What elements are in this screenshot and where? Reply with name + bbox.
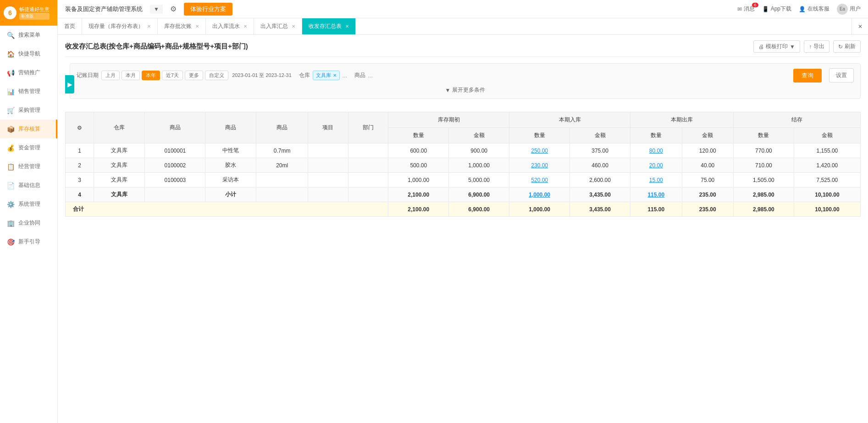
cell-out-amt: 120.00	[682, 143, 733, 158]
column-settings-icon[interactable]: ⚙	[77, 125, 82, 131]
date-btn-more[interactable]: 更多	[185, 71, 203, 80]
cell-open-qty: 1,000.00	[388, 173, 449, 187]
user-action[interactable]: Ea 用户	[837, 4, 861, 15]
date-btn-this-year[interactable]: 本年	[142, 71, 160, 80]
date-btn-7days[interactable]: 近7天	[162, 71, 183, 80]
tab-inventory-dist[interactable]: 现存量（库存分布表） ✕	[82, 18, 158, 35]
tab-bar-close-button[interactable]: ✕	[851, 18, 868, 35]
tab-close-inventory-dist[interactable]: ✕	[147, 24, 151, 29]
refresh-button[interactable]: ↻ 刷新	[833, 40, 861, 53]
export-label: 导出	[813, 43, 824, 50]
search-icon: 🔍	[6, 32, 15, 39]
cell-in-qty[interactable]: 250.00	[509, 143, 570, 158]
sidebar-item-guide[interactable]: 🎯 新手引导	[0, 232, 57, 251]
footer-in-qty: 1,000.00	[509, 202, 570, 217]
tab-inventory-dist-label: 现存量（库存分布表）	[88, 22, 144, 30]
export-button[interactable]: ↑ 导出	[804, 40, 829, 53]
date-btn-this-month[interactable]: 本月	[122, 71, 140, 80]
sidebar-item-finance[interactable]: 💰 资金管理	[0, 138, 57, 157]
home-icon: 🏠	[6, 50, 15, 58]
mobile-icon: 📱	[762, 6, 769, 12]
settings-button[interactable]: 设置	[829, 68, 854, 82]
subtotal-out-qty[interactable]: 115.00	[630, 187, 682, 202]
cell-in-qty[interactable]: 230.00	[509, 158, 570, 173]
cell-project	[308, 143, 348, 158]
tab-batch-ledger[interactable]: 库存批次账 ✕	[158, 18, 206, 35]
tab-close-batch-ledger[interactable]: ✕	[195, 24, 199, 29]
th-settings[interactable]: ⚙	[66, 112, 94, 143]
date-btn-last-month[interactable]: 上月	[101, 71, 120, 80]
subtotal-no: 4	[66, 187, 94, 202]
sidebar-item-inventory[interactable]: 📦 库存核算	[0, 120, 57, 138]
trial-button[interactable]: 体验行业方案	[184, 3, 232, 16]
footer-label: 合计	[66, 202, 388, 217]
tab-in-out-flow[interactable]: 出入库流水 ✕	[206, 18, 254, 35]
cell-in-qty[interactable]: 520.00	[509, 173, 570, 187]
sidebar-item-operations[interactable]: 📋 经营管理	[0, 157, 57, 176]
tab-recv-send-summary[interactable]: 收发存汇总表 ✕	[302, 18, 356, 35]
cell-project	[308, 158, 348, 173]
date-btn-custom[interactable]: 自定义	[205, 71, 228, 80]
warehouse-tag-close[interactable]: ✕	[333, 73, 337, 78]
query-button[interactable]: 查询	[793, 69, 822, 82]
settings-icon[interactable]: ⚙	[170, 5, 177, 13]
th-close-amt: 金额	[794, 128, 860, 143]
user-label: 用户	[850, 5, 861, 13]
cell-out-qty[interactable]: 80.00	[630, 143, 682, 158]
subtotal-open-qty: 2,100.00	[388, 187, 449, 202]
cell-close-qty: 710.00	[733, 158, 794, 173]
sidebar-item-search[interactable]: 🔍 搜索菜单	[0, 26, 57, 44]
app-download-label: App下载	[771, 5, 791, 13]
sidebar-label-finance: 资金管理	[18, 144, 40, 152]
cell-out-qty[interactable]: 15.00	[630, 173, 682, 187]
cell-spec	[256, 173, 308, 187]
tab-home[interactable]: 首页	[58, 18, 82, 35]
online-service-action[interactable]: 👤 在线客服	[799, 5, 829, 13]
th-name: 商品	[205, 112, 256, 143]
sidebar-item-basic[interactable]: 📄 基础信息	[0, 176, 57, 195]
sidebar-item-enterprise[interactable]: 🏢 企业协同	[0, 214, 57, 232]
marketing-icon: 📢	[6, 69, 15, 77]
filter-collapse-arrow[interactable]: ▶	[65, 75, 74, 93]
cell-in-amt: 375.00	[570, 143, 630, 158]
app-download-action[interactable]: 📱 App下载	[762, 5, 791, 13]
warehouse-filter-more[interactable]: ...	[343, 72, 347, 79]
cell-close-qty: 770.00	[733, 143, 794, 158]
warehouse-tag[interactable]: 文具库 ✕	[313, 71, 340, 80]
table-container: ⚙ 仓库 商品 商品 商品 项目 部门 库存期初 本期入库 本期出库 结存	[65, 112, 861, 217]
subtotal-warehouse: 文具库	[94, 187, 145, 202]
subtotal-open-amt: 6,900.00	[449, 187, 509, 202]
table-footer-row: 合计 2,100.00 6,900.00 1,000.00 3,435.00 1…	[66, 202, 861, 217]
subtotal-close-qty: 2,985.00	[733, 187, 794, 202]
date-filter: 记账日期 上月 本月 本年 近7天 更多 自定义 2023-01-01 至 20…	[77, 71, 292, 80]
cell-out-qty[interactable]: 20.00	[630, 158, 682, 173]
sidebar-item-marketing[interactable]: 📢 营销推广	[0, 63, 57, 82]
page-title-actions: 🖨 模板打印 ▼ ↑ 导出 ↻ 刷新	[753, 40, 861, 53]
system-dropdown[interactable]: ▼	[150, 5, 163, 14]
tab-in-out-summary[interactable]: 出入库汇总 ✕	[254, 18, 302, 35]
message-icon: ✉	[737, 6, 742, 12]
top-header: 装备及固定资产辅助管理系统 ▼ ⚙ 体验行业方案 ✉ 消息 6 📱 App下载 …	[58, 0, 868, 18]
subtotal-in-qty[interactable]: 1,000.00	[509, 187, 570, 202]
warehouse-filter: 仓库 文具库 ✕ ...	[299, 71, 347, 80]
th-in-amt: 金额	[570, 128, 630, 143]
sidebar-item-purchase[interactable]: 🛒 采购管理	[0, 101, 57, 120]
footer-open-amt: 6,900.00	[449, 202, 509, 217]
cell-warehouse: 文具库	[94, 158, 145, 173]
sidebar-item-sales[interactable]: 📊 销售管理	[0, 82, 57, 101]
tab-close-in-out-flow[interactable]: ✕	[243, 24, 247, 29]
cell-open-amt: 900.00	[449, 143, 509, 158]
sidebar-item-system[interactable]: ⚙️ 系统管理	[0, 195, 57, 214]
sales-icon: 📊	[6, 88, 15, 95]
th-opening-group: 库存期初	[388, 112, 509, 128]
th-out-qty: 数量	[630, 128, 682, 143]
footer-out-amt: 235.00	[682, 202, 733, 217]
tab-close-in-out-summary[interactable]: ✕	[292, 24, 295, 29]
print-button[interactable]: 🖨 模板打印 ▼	[753, 40, 800, 53]
expand-conditions-button[interactable]: ▼ 展开更多条件	[445, 86, 486, 94]
tab-close-recv-send-summary[interactable]: ✕	[345, 24, 349, 29]
th-open-qty: 数量	[388, 128, 449, 143]
message-action[interactable]: ✉ 消息 6	[737, 5, 755, 13]
sidebar-item-quick-nav[interactable]: 🏠 快捷导航	[0, 44, 57, 63]
goods-filter-more[interactable]: ...	[368, 72, 373, 79]
